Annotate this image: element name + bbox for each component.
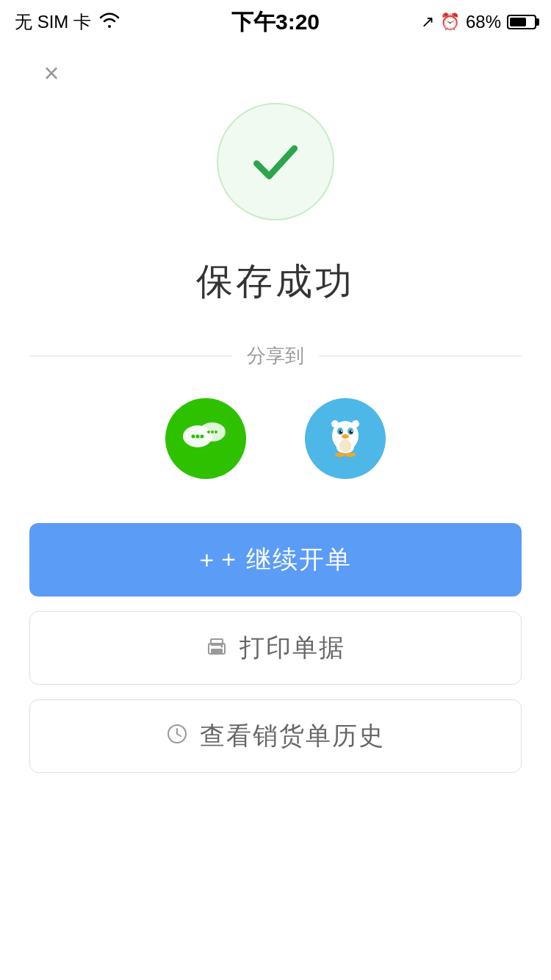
no-sim-text: 无 SIM 卡 bbox=[15, 10, 91, 34]
svg-point-6 bbox=[211, 430, 214, 433]
battery-percent: 68% bbox=[466, 12, 501, 32]
svg-point-4 bbox=[201, 435, 204, 439]
svg-point-7 bbox=[215, 430, 217, 433]
location-icon: ↗ bbox=[421, 12, 434, 32]
plus-icon: + bbox=[199, 546, 215, 574]
continue-button[interactable]: + + 继续开单 bbox=[29, 523, 522, 597]
print-button[interactable]: 打印单据 bbox=[29, 611, 522, 685]
wechat-share-button[interactable] bbox=[165, 398, 246, 479]
svg-point-18 bbox=[335, 453, 345, 457]
share-divider: 分享到 bbox=[0, 343, 551, 369]
success-circle bbox=[217, 103, 334, 220]
svg-rect-24 bbox=[211, 649, 223, 653]
history-icon bbox=[166, 722, 188, 751]
svg-point-5 bbox=[207, 430, 210, 433]
svg-point-20 bbox=[331, 420, 339, 428]
svg-point-13 bbox=[341, 430, 342, 432]
continue-label: + 继续开单 bbox=[221, 543, 351, 577]
battery-fill bbox=[510, 18, 526, 26]
svg-point-14 bbox=[351, 430, 353, 432]
status-bar: 无 SIM 卡 下午3:20 ↗ ⏰ 68% bbox=[0, 0, 551, 44]
checkmark-icon bbox=[246, 140, 305, 184]
svg-point-25 bbox=[221, 645, 223, 647]
success-title: 保存成功 bbox=[196, 257, 355, 306]
status-left: 无 SIM 卡 bbox=[15, 10, 120, 34]
print-icon bbox=[206, 634, 228, 663]
close-button[interactable]: × bbox=[29, 51, 73, 96]
alarm-icon: ⏰ bbox=[440, 12, 460, 32]
share-icons bbox=[165, 398, 386, 479]
action-buttons: + + 继续开单 打印单据 查看销货单历史 bbox=[0, 523, 551, 773]
divider-left bbox=[29, 356, 232, 356]
share-section: 分享到 bbox=[0, 343, 551, 479]
qq-icon bbox=[320, 414, 370, 464]
battery-bar bbox=[507, 15, 536, 29]
svg-point-17 bbox=[339, 439, 351, 453]
svg-point-2 bbox=[192, 435, 195, 439]
svg-point-3 bbox=[196, 435, 200, 439]
qq-share-button[interactable] bbox=[305, 398, 386, 479]
divider-right bbox=[319, 356, 522, 356]
history-label: 查看销货单历史 bbox=[200, 719, 385, 753]
status-right: ↗ ⏰ 68% bbox=[421, 12, 536, 32]
print-label: 打印单据 bbox=[240, 631, 345, 665]
svg-point-21 bbox=[352, 420, 359, 428]
main-content: 保存成功 分享到 bbox=[0, 44, 551, 773]
share-label: 分享到 bbox=[232, 343, 319, 369]
svg-point-12 bbox=[350, 430, 353, 434]
status-time: 下午3:20 bbox=[231, 7, 320, 37]
history-button[interactable]: 查看销货单历史 bbox=[29, 699, 522, 773]
svg-point-15 bbox=[342, 434, 349, 439]
svg-point-19 bbox=[345, 453, 356, 457]
wechat-icon bbox=[180, 413, 231, 464]
wifi-icon bbox=[98, 12, 120, 32]
close-icon: × bbox=[43, 58, 59, 89]
svg-point-11 bbox=[339, 430, 343, 434]
